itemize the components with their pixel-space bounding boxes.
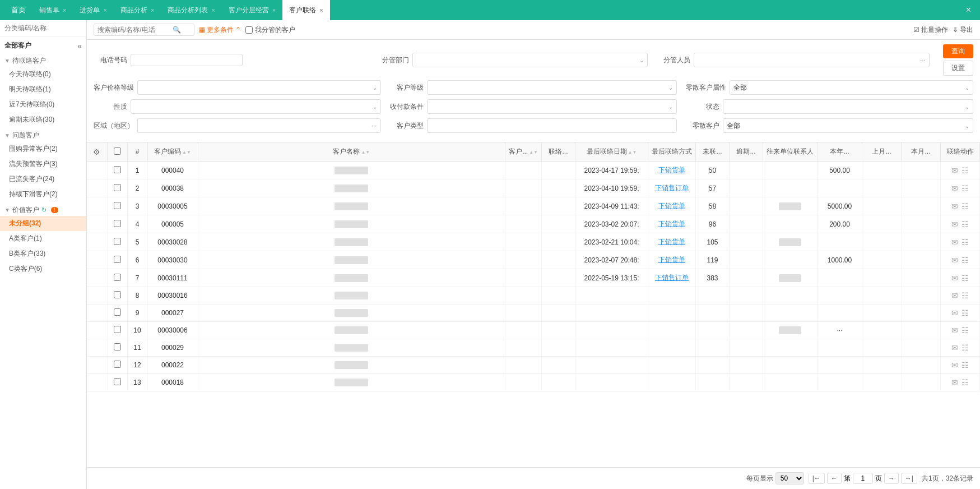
- retail-attr-select[interactable]: 全部 ⌄: [730, 80, 973, 95]
- row-checkbox[interactable]: [114, 274, 121, 281]
- next-page-btn[interactable]: →: [884, 473, 899, 484]
- check-cell[interactable]: [107, 269, 127, 287]
- row-checkbox[interactable]: [114, 361, 121, 368]
- contact-action-icon[interactable]: ✉: [951, 184, 958, 193]
- sidebar-search-input[interactable]: [4, 24, 87, 32]
- property-select[interactable]: ⌄: [131, 99, 381, 114]
- last-way-link[interactable]: 下销货单: [658, 220, 685, 228]
- last-way-link[interactable]: 下销货单: [658, 256, 685, 264]
- batch-op-link[interactable]: ☑ 批量操作: [913, 25, 948, 35]
- check-cell[interactable]: [107, 251, 127, 269]
- sidebar-item-declining[interactable]: 持续下滑客户(2): [0, 187, 86, 202]
- contact-action-icon[interactable]: ✉: [951, 202, 958, 211]
- nav-tab-sales[interactable]: 销售单 ×: [32, 0, 73, 20]
- check-cell[interactable]: [107, 215, 127, 233]
- check-cell[interactable]: [107, 179, 127, 197]
- more-action-icon[interactable]: ☷: [962, 308, 969, 317]
- filter-search-icon[interactable]: 🔍: [173, 26, 181, 34]
- close-customer-tier-tab[interactable]: ×: [272, 7, 276, 13]
- contact-action-icon[interactable]: ✉: [951, 378, 958, 387]
- more-action-icon[interactable]: ☷: [962, 184, 969, 193]
- select-all-checkbox[interactable]: [114, 147, 121, 155]
- filter-search-input[interactable]: [97, 26, 170, 34]
- close-product-list-tab[interactable]: ×: [211, 7, 215, 13]
- check-cell[interactable]: [107, 287, 127, 305]
- row-checkbox[interactable]: [114, 343, 121, 350]
- region-more-dots[interactable]: ···: [371, 122, 377, 130]
- filter-more-conditions[interactable]: ▦ 更多条件 ⌃: [199, 25, 241, 35]
- sidebar-item-unclassified[interactable]: 未分组(32): [0, 216, 86, 231]
- col-this-month-header[interactable]: 本月...: [902, 142, 941, 162]
- col-last-way-header[interactable]: 最后联络方式: [648, 142, 696, 162]
- sidebar-item-hoard-abnormal[interactable]: 囤购异常客户(2): [0, 141, 86, 156]
- last-page-btn[interactable]: →|: [901, 473, 917, 484]
- more-action-icon[interactable]: ☷: [962, 166, 969, 175]
- col-last-month-header[interactable]: 上月...: [862, 142, 902, 162]
- more-action-icon[interactable]: ☷: [962, 220, 969, 229]
- check-cell[interactable]: [107, 305, 127, 322]
- my-customers-checkbox[interactable]: 我分管的客户: [245, 25, 295, 35]
- more-action-icon[interactable]: ☷: [962, 274, 969, 283]
- more-action-icon[interactable]: ☷: [962, 291, 969, 300]
- settings-gear-icon[interactable]: ⚙: [93, 147, 100, 156]
- check-cell[interactable]: [107, 197, 127, 215]
- nav-tab-product-list[interactable]: 商品分析列表 ×: [161, 0, 221, 20]
- sidebar-item-7days-pending[interactable]: 近7天待联络(0): [0, 97, 86, 112]
- check-cell[interactable]: [107, 322, 127, 339]
- contact-action-icon[interactable]: ✉: [951, 238, 958, 247]
- staff-more-dots[interactable]: ···: [920, 56, 926, 64]
- prev-page-btn[interactable]: ←: [827, 473, 842, 484]
- contact-action-icon[interactable]: ✉: [951, 361, 958, 370]
- nav-tab-customer-contact[interactable]: 客户联络 ×: [282, 0, 329, 20]
- page-size-dropdown[interactable]: 50 100 200: [775, 472, 804, 485]
- contact-action-icon[interactable]: ✉: [951, 308, 958, 317]
- col-code-header[interactable]: 客户编码▲▼: [147, 142, 198, 162]
- close-purchase-tab[interactable]: ×: [103, 7, 106, 13]
- last-way-link[interactable]: 下销货单: [658, 238, 685, 246]
- more-action-icon[interactable]: ☷: [962, 256, 969, 265]
- export-link[interactable]: ⇓ 导出: [953, 25, 973, 35]
- sidebar-item-churned[interactable]: 已流失客户(24): [0, 172, 86, 187]
- retail-customer-select[interactable]: 全部 ⌄: [723, 118, 973, 133]
- close-all-tabs[interactable]: ×: [962, 5, 976, 15]
- check-cell[interactable]: [107, 357, 127, 374]
- payment-select[interactable]: ⌄: [427, 99, 677, 114]
- row-checkbox[interactable]: [114, 291, 121, 298]
- customer-type-select[interactable]: [427, 118, 677, 133]
- check-cell[interactable]: [107, 374, 127, 391]
- customer-level-select[interactable]: ⌄: [427, 80, 677, 95]
- row-checkbox[interactable]: [114, 220, 121, 227]
- check-cell[interactable]: [107, 233, 127, 251]
- row-checkbox[interactable]: [114, 256, 121, 263]
- more-action-icon[interactable]: ☷: [962, 202, 969, 211]
- check-cell[interactable]: [107, 162, 127, 179]
- region-select[interactable]: ···: [137, 118, 381, 133]
- col-settings[interactable]: ⚙: [87, 142, 107, 162]
- sidebar-item-today-pending[interactable]: 今天待联络(0): [0, 67, 86, 82]
- phone-input[interactable]: [131, 54, 243, 66]
- sidebar-item-a-class[interactable]: A类客户(1): [0, 231, 86, 246]
- col-intercompany-header[interactable]: 往来单位联系人: [763, 142, 818, 162]
- sidebar-item-c-class[interactable]: C类客户(6): [0, 261, 86, 276]
- row-checkbox[interactable]: [114, 308, 121, 316]
- more-action-icon[interactable]: ☷: [962, 343, 969, 352]
- col-uncontact-header[interactable]: 未联...: [696, 142, 730, 162]
- col-name-header[interactable]: 客户名称▲▼: [198, 142, 505, 162]
- check-cell[interactable]: [107, 339, 127, 357]
- page-input[interactable]: [853, 473, 873, 484]
- row-checkbox[interactable]: [114, 202, 121, 209]
- my-customers-check[interactable]: [245, 26, 253, 34]
- refresh-icon[interactable]: ↻: [41, 206, 47, 214]
- contact-action-icon[interactable]: ✉: [951, 274, 958, 283]
- contact-action-icon[interactable]: ✉: [951, 256, 958, 265]
- last-way-link[interactable]: 下销货单: [658, 166, 685, 174]
- col-contact-header[interactable]: 联络...: [542, 142, 575, 162]
- last-way-link[interactable]: 下销售订单: [655, 274, 689, 282]
- row-checkbox[interactable]: [114, 166, 121, 173]
- last-way-link[interactable]: 下销货单: [658, 202, 685, 210]
- contact-action-icon[interactable]: ✉: [951, 343, 958, 352]
- sidebar-item-b-class[interactable]: B类客户(33): [0, 246, 86, 261]
- sidebar-item-overdue-contact[interactable]: 逾期未联络(30): [0, 112, 86, 127]
- row-checkbox[interactable]: [114, 238, 121, 245]
- col-this-year-header[interactable]: 本年...: [818, 142, 862, 162]
